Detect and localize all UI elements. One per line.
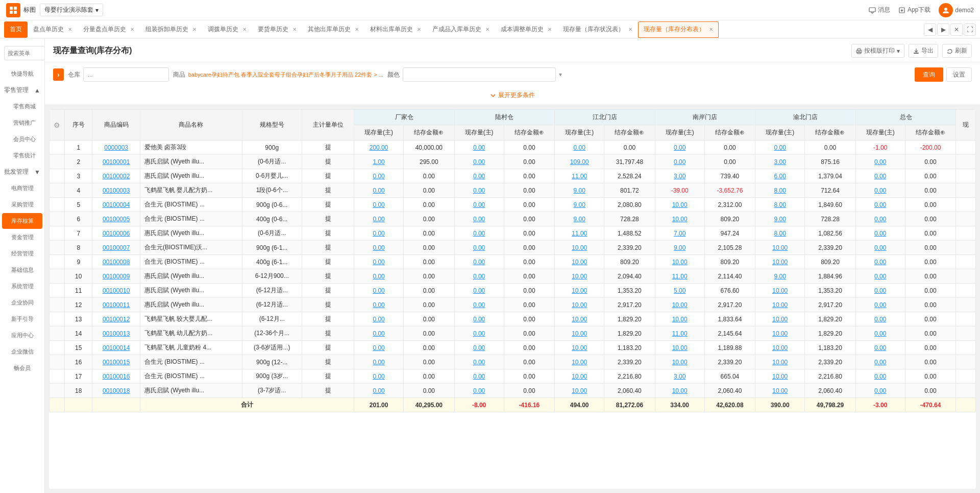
tab-partial-stocktake-close[interactable]: ✕ — [130, 27, 134, 32]
row-changjiacao-cur[interactable]: 0.00 — [354, 241, 404, 255]
row-lucun-cur[interactable]: 0.00 — [454, 312, 504, 326]
row-total-cur[interactable]: 0.00 — [855, 241, 905, 255]
row-yubei-cur[interactable]: 8.00 — [755, 198, 805, 212]
row-yubei-cur[interactable]: 8.00 — [755, 183, 805, 198]
row-nanan-cur[interactable]: 10.00 — [655, 212, 704, 226]
row-nanan-cur[interactable]: 10.00 — [655, 384, 704, 398]
row-changjiacao-cur[interactable]: 0.00 — [354, 255, 404, 269]
row-lucun-cur[interactable]: 0.00 — [454, 341, 504, 355]
tab-stock-dist[interactable]: 现存量（库存分布表） ✕ — [638, 21, 719, 38]
row-total-cur[interactable]: 0.00 — [855, 312, 905, 326]
row-yubei-cur[interactable]: 10.00 — [755, 255, 805, 269]
tab-expand-btn[interactable]: ⛶ — [964, 24, 976, 36]
tab-stock-status[interactable]: 现存量（库存状况表） ✕ — [557, 21, 638, 38]
row-yubei-cur[interactable]: 9.00 — [755, 212, 805, 226]
row-yubei-cur[interactable]: 10.00 — [755, 369, 805, 384]
row-nanan-cur[interactable]: 5.00 — [655, 284, 704, 298]
row-changjiacao-cur[interactable]: 0.00 — [354, 312, 404, 326]
row-jiangbei-cur[interactable]: 9.00 — [555, 198, 604, 212]
row-changjiacao-cur[interactable]: 0.00 — [354, 212, 404, 226]
row-lucun-cur[interactable]: 0.00 — [454, 255, 504, 269]
row-total-cur[interactable]: 0.00 — [855, 183, 905, 198]
setting-button[interactable]: 设置 — [946, 67, 972, 82]
row-lucun-cur[interactable]: 0.00 — [454, 298, 504, 312]
tab-material-out[interactable]: 材料出库单历史 ✕ — [364, 21, 427, 38]
row-changjiacao-cur[interactable]: 0.00 — [354, 284, 404, 298]
tab-disassemble[interactable]: 组装拆卸单历史 ✕ — [140, 21, 202, 38]
filter-warehouse-input[interactable] — [83, 67, 169, 82]
tab-material-out-close[interactable]: ✕ — [417, 27, 421, 32]
row-lucun-cur[interactable]: 0.00 — [454, 198, 504, 212]
row-total-cur[interactable]: 0.00 — [855, 155, 905, 169]
user-info[interactable]: demo2 — [939, 3, 974, 17]
row-jiangbei-cur[interactable]: 10.00 — [555, 298, 604, 312]
sidebar-item-quick-nav[interactable]: 快捷导航 — [2, 66, 42, 82]
row-changjiacao-cur[interactable]: 0.00 — [354, 326, 404, 341]
row-total-cur[interactable]: 0.00 — [855, 341, 905, 355]
print-btn[interactable]: 按模版打印 ▾ — [851, 44, 904, 58]
row-total-cur[interactable]: 0.00 — [855, 326, 905, 341]
row-nanan-cur[interactable]: 10.00 — [655, 312, 704, 326]
row-jiangbei-cur[interactable]: 11.00 — [555, 226, 604, 241]
row-changjiacao-cur[interactable]: 0.00 — [354, 269, 404, 284]
tab-next-btn[interactable]: ▶ — [937, 24, 949, 36]
org-selector[interactable]: 母婴行业演示陈套 ▾ — [40, 4, 103, 16]
filter-color-input[interactable] — [403, 67, 556, 82]
sidebar-item-basic-info[interactable]: 基础信息 — [2, 262, 42, 278]
search-button[interactable]: 查询 — [915, 67, 943, 82]
tab-transfer[interactable]: 调拨单历史 ✕ — [202, 21, 252, 38]
row-lucun-cur[interactable]: 0.00 — [454, 241, 504, 255]
row-jiangbei-cur[interactable]: 10.00 — [555, 312, 604, 326]
row-total-cur[interactable]: 0.00 — [855, 298, 905, 312]
sidebar-item-app-center[interactable]: 应用中心 — [2, 327, 42, 343]
sidebar-item-retail-store[interactable]: 零售商城 — [2, 99, 42, 114]
row-jiangbei-cur[interactable]: 0.00 — [555, 140, 604, 155]
row-lucun-cur[interactable]: 0.00 — [454, 169, 504, 183]
row-total-cur[interactable]: 0.00 — [855, 212, 905, 226]
tab-other-out[interactable]: 其他出库单历史 ✕ — [302, 21, 364, 38]
search-input[interactable] — [4, 46, 45, 60]
row-jiangbei-cur[interactable]: 9.00 — [555, 212, 604, 226]
sidebar-item-member[interactable]: 会员中心 — [2, 131, 42, 147]
row-yubei-cur[interactable]: 10.00 — [755, 355, 805, 369]
row-jiangbei-cur[interactable]: 10.00 — [555, 341, 604, 355]
tab-stock-dist-close[interactable]: ✕ — [709, 27, 713, 32]
sidebar-item-enterprise-wx[interactable]: 企业微信 — [2, 344, 42, 360]
sidebar-item-retail-mgmt[interactable]: 零售管理 ▲ — [0, 82, 44, 98]
tab-disassemble-close[interactable]: ✕ — [192, 27, 197, 32]
row-changjiacao-cur[interactable]: 0.00 — [354, 169, 404, 183]
sidebar-item-ecommerce[interactable]: 电商管理 — [2, 180, 42, 196]
row-nanan-cur[interactable]: 0.00 — [655, 140, 704, 155]
row-nanan-cur[interactable]: 10.00 — [655, 255, 704, 269]
row-lucun-cur[interactable]: 0.00 — [454, 212, 504, 226]
sidebar-item-new-guide[interactable]: 新手引导 — [2, 311, 42, 327]
row-changjiacao-cur[interactable]: 0.00 — [354, 226, 404, 241]
row-total-cur[interactable]: 0.00 — [855, 384, 905, 398]
tab-prev-btn[interactable]: ◀ — [924, 24, 936, 36]
col-settings[interactable]: ⚙ — [50, 110, 65, 140]
row-changjiacao-cur[interactable]: 0.00 — [354, 384, 404, 398]
refresh-btn[interactable]: 刷新 — [942, 44, 972, 58]
row-jiangbei-cur[interactable]: 10.00 — [555, 384, 604, 398]
row-yubei-cur[interactable]: 10.00 — [755, 341, 805, 355]
row-nanan-cur[interactable]: -39.00 — [655, 183, 704, 198]
row-yubei-cur[interactable]: 10.00 — [755, 312, 805, 326]
row-changjiacao-cur[interactable]: 0.00 — [354, 183, 404, 198]
row-lucun-cur[interactable]: 0.00 — [454, 384, 504, 398]
row-changjiacao-cur[interactable]: 0.00 — [354, 198, 404, 212]
expand-more-btn[interactable]: 展开更多条件 — [490, 91, 535, 100]
row-total-cur[interactable]: 0.00 — [855, 169, 905, 183]
row-lucun-cur[interactable]: 0.00 — [454, 355, 504, 369]
row-nanan-cur[interactable]: 0.00 — [655, 155, 704, 169]
export-btn[interactable]: 导出 — [909, 44, 938, 58]
tab-other-out-close[interactable]: ✕ — [355, 27, 359, 32]
row-yubei-cur[interactable]: 3.00 — [755, 155, 805, 169]
tab-cost-adjust[interactable]: 成本调整单历史 ✕ — [495, 21, 557, 38]
tab-close-all-btn[interactable]: ✕ — [950, 24, 963, 36]
row-jiangbei-cur[interactable]: 10.00 — [555, 369, 604, 384]
row-nanan-cur[interactable]: 11.00 — [655, 326, 704, 341]
row-total-cur[interactable]: 0.00 — [855, 226, 905, 241]
sidebar-item-purchase[interactable]: 采购管理 — [2, 197, 42, 213]
row-lucun-cur[interactable]: 0.00 — [454, 140, 504, 155]
row-nanan-cur[interactable]: 9.00 — [655, 241, 704, 255]
